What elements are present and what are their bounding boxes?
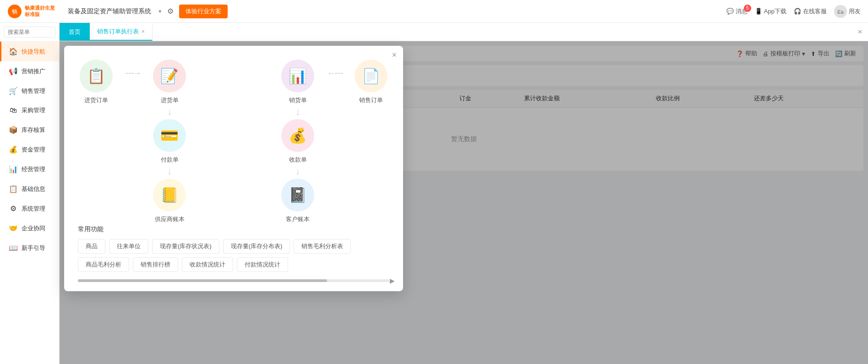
tab-sales-order[interactable]: 销售订单执行表 ×	[90, 23, 153, 41]
customer-ledger-circle: 📓	[281, 179, 314, 212]
settings-icon[interactable]: ⚙	[167, 7, 174, 16]
arrow-v-3: ↓	[295, 107, 300, 116]
flow-node-receipt[interactable]: 💰 收款单	[270, 119, 325, 164]
flow-node-sales-order[interactable]: 📄 销售订单	[344, 60, 399, 104]
tab-close-icon[interactable]: ×	[142, 28, 145, 35]
sidebar-item-inventory[interactable]: 📦库存核算	[0, 120, 59, 140]
flow-node-purchase-bill[interactable]: 📝 进货单	[142, 60, 197, 104]
purchase-bill-label: 进货单	[161, 96, 179, 104]
top-bar: 畅 畅康通好生意 标准版 装备及固定资产辅助管理系统 ▾ ⚙ 体验行业方案 💬 …	[0, 0, 868, 23]
sidebar-item-newbie[interactable]: 📖新手引导	[0, 238, 59, 258]
newbie-icon: 📖	[9, 244, 18, 252]
sidebar-label-newbie: 新手引导	[22, 244, 45, 252]
sidebar-label-operations: 经营管理	[22, 165, 45, 174]
avatar: Ea	[834, 5, 847, 18]
func-button[interactable]: 往来单位	[109, 239, 148, 254]
top-right-area: 💬 消息 5 📱 App下载 🎧 在线客服 Ea 用友	[726, 5, 861, 18]
func-button[interactable]: 付款情况统计	[237, 257, 288, 272]
sidebar-label-quick-nav: 快捷导航	[22, 48, 45, 56]
app-download-item[interactable]: 📱 App下载	[755, 7, 786, 16]
modal-close-icon[interactable]: ×	[392, 50, 397, 60]
app-download-label: App下载	[764, 7, 786, 16]
supplier-ledger-label: 供应商账本	[155, 215, 185, 223]
phone-icon: 📱	[755, 8, 762, 15]
svg-text:畅: 畅	[12, 8, 17, 15]
content-area: 首页 销售订单执行表 × ✕ ❓ 帮助 🖨	[60, 23, 868, 364]
modal-overlay: × 📋 进货订单 - - -→	[60, 41, 868, 364]
logo-area: 畅 畅康通好生意 标准版	[7, 4, 62, 19]
modal-scrollbar-thumb	[78, 279, 327, 282]
sidebar-label-enterprise: 企业协同	[22, 224, 45, 233]
purchase-icon: 🛍	[9, 106, 18, 114]
sidebar-label-inventory: 库存核算	[22, 126, 45, 134]
purchase-order-label: 进货订单	[84, 96, 108, 104]
dropdown-arrow-icon[interactable]: ▾	[158, 8, 162, 15]
func-button[interactable]: 销售毛利分析表	[294, 239, 351, 254]
online-service-item[interactable]: 🎧 在线客服	[794, 7, 827, 16]
arrow-h-1: - - -→	[124, 60, 142, 78]
sidebar-item-operations[interactable]: 📊经营管理	[0, 159, 59, 179]
sidebar: 🏠快捷导航📢营销推广🛒销售管理🛍采购管理📦库存核算💰资金管理📊经营管理📋基础信息…	[0, 23, 60, 364]
arrow-h-2: ←- - -	[325, 60, 344, 78]
tab-home[interactable]: 首页	[60, 23, 90, 41]
func-button[interactable]: 销售排行榜	[133, 257, 178, 272]
user-item[interactable]: Ea 用友	[834, 5, 861, 18]
operations-icon: 📊	[9, 165, 18, 174]
common-functions: 常用功能 商品往来单位现存量(库存状况表)现存量(库存分布表)销售毛利分析表商品…	[78, 225, 389, 272]
message-icon: 💬	[726, 8, 734, 15]
flow-node-payment[interactable]: 💳 付款单	[142, 119, 197, 164]
main-area: 🏠快捷导航📢营销推广🛒销售管理🛍采购管理📦库存核算💰资金管理📊经营管理📋基础信息…	[0, 23, 868, 364]
sidebar-item-enterprise[interactable]: 🤝企业协同	[0, 218, 59, 238]
sidebar-item-quick-nav[interactable]: 🏠快捷导航	[0, 42, 59, 61]
finance-icon: 💰	[9, 145, 18, 154]
flow-node-customer-ledger[interactable]: 📓 客户账本	[270, 179, 325, 223]
sidebar-label-purchase: 采购管理	[22, 106, 45, 114]
flow-node-supplier-ledger[interactable]: 📒 供应商账本	[142, 179, 197, 223]
func-button[interactable]: 收款情况统计	[182, 257, 233, 272]
flow-diagram: 📋 进货订单 - - -→ 📝 进货单	[78, 60, 389, 223]
sales-icon: 🛒	[9, 87, 18, 95]
sidebar-item-finance[interactable]: 💰资金管理	[0, 140, 59, 159]
page-content: ❓ 帮助 🖨 按模板打印 ▾ ⬆ 导出 🔄 刷新	[60, 41, 868, 364]
sidebar-label-base-info: 基础信息	[22, 185, 45, 193]
func-button[interactable]: 现存量(库存状况表)	[152, 239, 219, 254]
flow-node-purchase-order[interactable]: 📋 进货订单	[69, 60, 124, 104]
scroll-right-arrow[interactable]: ▶	[390, 277, 395, 284]
arrow-v-2: ↓	[167, 167, 172, 176]
receipt-label: 收款单	[289, 156, 307, 164]
system-icon: ⚙	[9, 204, 18, 213]
func-buttons-row: 商品往来单位现存量(库存状况表)现存量(库存分布表)销售毛利分析表商品毛利分析销…	[78, 239, 389, 272]
sidebar-item-purchase[interactable]: 🛍采购管理	[0, 101, 59, 120]
inventory-icon: 📦	[9, 125, 18, 134]
sidebar-item-system[interactable]: ⚙系统管理	[0, 199, 59, 218]
svg-text:Ea: Ea	[837, 9, 844, 15]
headset-icon: 🎧	[794, 8, 801, 15]
sales-bill-label: 销货单	[289, 96, 307, 104]
sidebar-label-marketing: 营销推广	[22, 67, 45, 76]
supplier-ledger-circle: 📒	[153, 179, 186, 212]
flow-node-sales-bill[interactable]: 📊 销货单	[270, 60, 325, 104]
func-button[interactable]: 现存量(库存分布表)	[223, 239, 290, 254]
common-functions-title: 常用功能	[78, 225, 389, 234]
receipt-circle: 💰	[281, 119, 314, 152]
modal-scrollbar[interactable]: ▶	[78, 279, 389, 282]
func-button[interactable]: 商品毛利分析	[78, 257, 129, 272]
sidebar-search-area	[0, 23, 59, 42]
sidebar-item-marketing[interactable]: 📢营销推广	[0, 61, 59, 81]
marketing-icon: 📢	[9, 67, 18, 76]
arrow-v-4: ↓	[295, 167, 300, 176]
sales-bill-circle: 📊	[281, 60, 314, 92]
system-title: 装备及固定资产辅助管理系统	[68, 7, 151, 16]
sidebar-label-system: 系统管理	[22, 205, 45, 213]
message-item[interactable]: 💬 消息 5	[726, 7, 748, 16]
quick-nav-icon: 🏠	[9, 47, 18, 56]
sidebar-nav: 🏠快捷导航📢营销推广🛒销售管理🛍采购管理📦库存核算💰资金管理📊经营管理📋基础信息…	[0, 42, 59, 258]
sidebar-item-sales[interactable]: 🛒销售管理	[0, 81, 59, 101]
search-input[interactable]	[4, 27, 55, 38]
trial-button[interactable]: 体验行业方案	[179, 5, 228, 18]
close-all-tabs[interactable]: ✕	[852, 28, 868, 35]
func-button[interactable]: 商品	[78, 239, 105, 254]
customer-ledger-label: 客户账本	[286, 215, 310, 223]
sidebar-item-base-info[interactable]: 📋基础信息	[0, 179, 59, 199]
sales-order-label: 销售订单	[359, 96, 383, 104]
